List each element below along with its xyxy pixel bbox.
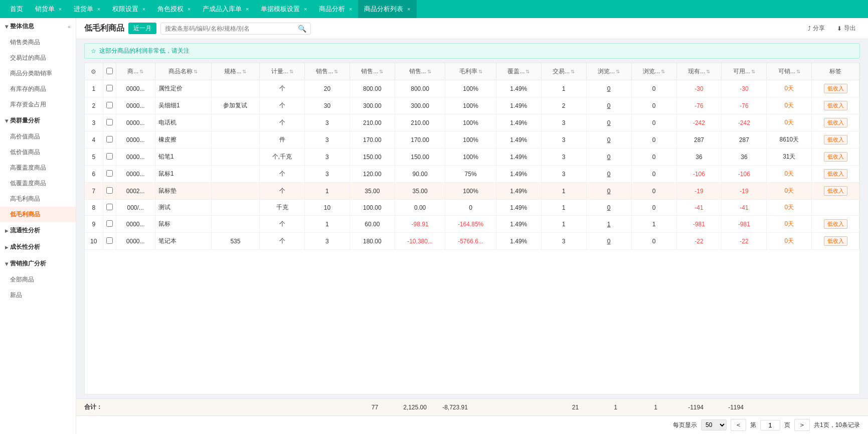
th-current-stock[interactable]: 现有...⇅ <box>676 63 722 80</box>
nav-products-entry[interactable]: 产成品入库单 × <box>197 0 255 18</box>
th-code[interactable]: 商...⇅ <box>116 63 155 80</box>
per-page-select[interactable]: 50 100 200 <box>701 419 727 430</box>
th-name[interactable]: 商品名称⇅ <box>155 63 211 80</box>
th-available-stock[interactable]: 可用...⇅ <box>722 63 767 80</box>
nav-home[interactable]: 首页 <box>4 0 29 18</box>
select-all-checkbox[interactable] <box>106 68 113 74</box>
sidebar-item-category-rate[interactable]: 商品分类助销率 <box>0 66 76 81</box>
sidebar-item-new-products[interactable]: 新品 <box>0 287 76 303</box>
sidebar-item-traded[interactable]: 交易过的商品 <box>0 50 76 66</box>
nav-sales[interactable]: 销货单 × <box>29 0 68 18</box>
row-views1[interactable]: 0 <box>586 200 631 216</box>
search-input[interactable] <box>165 25 298 32</box>
row-views1[interactable]: 0 <box>586 131 631 149</box>
search-icon[interactable]: 🔍 <box>298 25 306 33</box>
close-list-icon[interactable]: × <box>407 6 410 12</box>
nav-permissions[interactable]: 权限设置 × <box>106 0 151 18</box>
row-name[interactable]: 测试 <box>155 200 211 216</box>
sidebar-item-all-products[interactable]: 全部商品 <box>0 272 76 287</box>
row-views1[interactable]: 0 <box>586 233 631 250</box>
row-name[interactable]: 铅笔1 <box>155 149 211 166</box>
th-sales1[interactable]: 销售...⇅ <box>304 63 350 80</box>
close-template-icon[interactable]: × <box>304 6 307 12</box>
settings-icon[interactable]: ⚙ <box>91 68 96 75</box>
sidebar-group-overview[interactable]: ▾ 整体信息 « <box>0 18 76 35</box>
sidebar-item-low-value[interactable]: 低价值商品 <box>0 144 76 160</box>
next-page-button[interactable]: ＞ <box>794 419 810 431</box>
close-analysis-icon[interactable]: × <box>349 6 352 12</box>
th-saleable-stock[interactable]: 可销...⇅ <box>767 63 812 80</box>
th-checkbox[interactable] <box>103 63 116 80</box>
sidebar-item-high-coverage[interactable]: 高覆盖度商品 <box>0 160 76 176</box>
row-views1[interactable]: 1 <box>586 216 631 233</box>
time-filter-button[interactable]: 近一月 <box>128 23 156 34</box>
row-checkbox[interactable] <box>106 153 113 160</box>
sidebar-item-inventory-fund[interactable]: 库存资金占用 <box>0 97 76 112</box>
row-checkbox-cell[interactable] <box>103 166 116 183</box>
row-views1[interactable]: 0 <box>586 183 631 200</box>
row-name[interactable]: 笔记本 <box>155 233 211 250</box>
th-coverage[interactable]: 覆盖...⇅ <box>496 63 541 80</box>
nav-analysis[interactable]: 商品分析 × <box>313 0 358 18</box>
row-checkbox[interactable] <box>106 136 113 142</box>
sidebar-item-low-coverage[interactable]: 低覆盖度商品 <box>0 176 76 191</box>
row-checkbox[interactable] <box>106 170 113 177</box>
page-number-input[interactable] <box>760 420 780 430</box>
sidebar-item-high-value[interactable]: 高价值商品 <box>0 129 76 144</box>
row-views1[interactable]: 0 <box>586 166 631 183</box>
nav-purchase[interactable]: 进货单 × <box>68 0 106 18</box>
sidebar-item-high-profit[interactable]: 高毛利商品 <box>0 191 76 207</box>
row-checkbox[interactable] <box>106 237 113 244</box>
th-spec[interactable]: 规格...⇅ <box>211 63 259 80</box>
collapse-overview-icon[interactable]: « <box>68 24 71 30</box>
row-checkbox[interactable] <box>106 187 113 194</box>
sidebar-item-sales-products[interactable]: 销售类商品 <box>0 35 76 50</box>
row-checkbox-cell[interactable] <box>103 200 116 216</box>
row-name[interactable]: 鼠标1 <box>155 166 211 183</box>
nav-analysis-list[interactable]: 商品分析列表 × <box>358 0 416 18</box>
search-box[interactable]: 🔍 <box>160 23 311 35</box>
row-checkbox[interactable] <box>106 85 113 91</box>
row-name[interactable]: 电话机 <box>155 114 211 131</box>
row-checkbox-cell[interactable] <box>103 149 116 166</box>
row-checkbox[interactable] <box>106 119 113 125</box>
row-checkbox-cell[interactable] <box>103 183 116 200</box>
th-views2[interactable]: 浏览...⇅ <box>631 63 676 80</box>
sidebar-group-marketing[interactable]: ▾ 营销推广分析 <box>0 255 76 272</box>
row-views1[interactable]: 0 <box>586 149 631 166</box>
th-gross-rate[interactable]: 毛利率⇅ <box>445 63 496 80</box>
th-settings[interactable]: ⚙ <box>85 63 103 80</box>
sidebar-group-growth[interactable]: ▸ 成长性分析 <box>0 239 76 255</box>
th-sales2[interactable]: 销售...⇅ <box>350 63 395 80</box>
row-name[interactable]: 橡皮擦 <box>155 131 211 149</box>
close-roles-icon[interactable]: × <box>188 6 191 12</box>
export-button[interactable]: ⬇ 导出 <box>833 22 860 35</box>
sidebar-item-low-profit[interactable]: 低毛利商品 <box>0 207 76 222</box>
row-checkbox-cell[interactable] <box>103 216 116 233</box>
row-checkbox-cell[interactable] <box>103 97 116 114</box>
nav-roles[interactable]: 角色授权 × <box>151 0 197 18</box>
th-sales3[interactable]: 销售...⇅ <box>395 63 445 80</box>
row-name[interactable]: 鼠标垫 <box>155 183 211 200</box>
share-button[interactable]: ⤴ 分享 <box>804 22 829 35</box>
th-views1[interactable]: 浏览...⇅ <box>586 63 631 80</box>
sidebar-group-flow[interactable]: ▸ 流通性分析 <box>0 222 76 239</box>
row-checkbox-cell[interactable] <box>103 114 116 131</box>
row-checkbox[interactable] <box>106 102 113 108</box>
row-name[interactable]: 鼠标 <box>155 216 211 233</box>
sidebar-group-cluster[interactable]: ▾ 类群量分析 <box>0 112 76 129</box>
row-views1[interactable]: 0 <box>586 97 631 114</box>
row-views1[interactable]: 0 <box>586 80 631 97</box>
row-checkbox[interactable] <box>106 204 113 210</box>
row-name[interactable]: 属性定价 <box>155 80 211 97</box>
close-perm-icon[interactable]: × <box>142 6 145 12</box>
sidebar-item-in-stock[interactable]: 有库存的商品 <box>0 81 76 97</box>
nav-template[interactable]: 单据模板设置 × <box>255 0 313 18</box>
row-checkbox-cell[interactable] <box>103 233 116 250</box>
close-purchase-icon[interactable]: × <box>97 6 100 12</box>
row-name[interactable]: 吴细细1 <box>155 97 211 114</box>
th-transactions[interactable]: 交易...⇅ <box>541 63 586 80</box>
prev-page-button[interactable]: ＜ <box>731 419 746 431</box>
row-checkbox-cell[interactable] <box>103 131 116 149</box>
row-checkbox[interactable] <box>106 220 113 227</box>
